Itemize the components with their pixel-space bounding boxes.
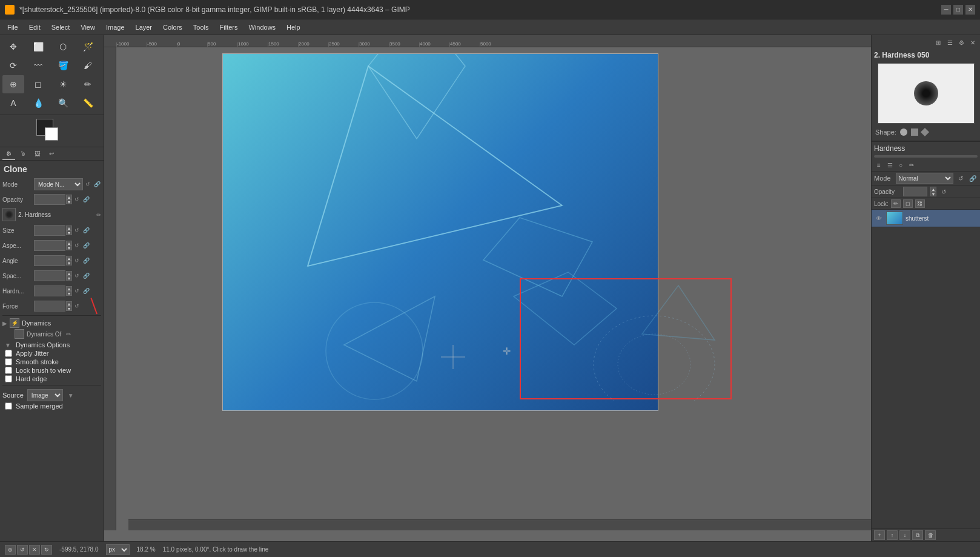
size-up[interactable]: ▲ (66, 225, 72, 230)
menu-edit[interactable]: Edit (24, 22, 45, 32)
unit-select[interactable]: px mm in (106, 544, 130, 555)
layers-channel-icon[interactable]: ○ (896, 160, 906, 170)
panel-config-icon-btn[interactable]: ⚙ (956, 38, 966, 47)
aspect-lock[interactable]: 🔗 (82, 241, 90, 250)
lock-brush-label[interactable]: Lock brush to view (16, 367, 71, 374)
spacing-input[interactable]: 200.0 (34, 270, 65, 281)
tool-paint[interactable]: 🖌 (77, 56, 99, 75)
shape-circle-option[interactable] (900, 128, 907, 136)
tool-dodge[interactable]: ☀ (52, 75, 74, 93)
angle-reset[interactable]: ↺ (73, 256, 81, 265)
menu-filters[interactable]: Filters (215, 22, 243, 32)
status-nav-btn2[interactable]: ↺ (17, 545, 28, 555)
panel-close-icon-btn[interactable]: ✕ (968, 38, 978, 47)
size-input[interactable]: 51.00 (34, 225, 65, 236)
hardness-input[interactable]: 50.0 (34, 285, 65, 296)
hardness-up[interactable]: ▲ (66, 286, 72, 291)
spacing-up[interactable]: ▲ (66, 271, 72, 276)
spacing-down[interactable]: ▼ (66, 276, 72, 281)
tool-free-select[interactable]: ⬡ (52, 38, 74, 56)
shape-diamond-option[interactable] (921, 128, 929, 136)
lock-alpha-button[interactable]: ◻ (903, 199, 913, 208)
brush-edit-button[interactable]: ✏ (96, 212, 101, 218)
opacity-up[interactable]: ▲ (66, 195, 72, 199)
minimize-button[interactable]: ─ (941, 5, 951, 15)
spacing-lock[interactable]: 🔗 (82, 272, 90, 280)
lock-position-button[interactable]: ⛓ (915, 199, 925, 208)
menu-select[interactable]: Select (47, 22, 75, 32)
layers-mode-reset[interactable]: ↺ (956, 173, 965, 183)
size-reset[interactable]: ↺ (73, 226, 81, 235)
source-select[interactable]: Image Pattern (27, 389, 63, 401)
status-nav-btn3[interactable]: ✕ (29, 545, 40, 555)
opacity-down[interactable]: ▼ (66, 199, 72, 204)
layers-path-icon[interactable]: ✏ (907, 160, 916, 170)
aspect-reset[interactable]: ↺ (73, 241, 81, 250)
layer-lower-button[interactable]: ↓ (899, 530, 910, 540)
opacity-reset[interactable]: ↺ (73, 195, 81, 204)
close-button[interactable]: ✕ (965, 5, 975, 15)
tool-eraser[interactable]: ◻ (27, 75, 49, 93)
layers-panel-icon1[interactable]: ≡ (874, 160, 884, 170)
dynamics-section-header[interactable]: ▶ ⚡ Dynamics (2, 318, 101, 328)
tool-rect-select[interactable]: ⬜ (27, 38, 49, 56)
hardness-slider[interactable] (874, 155, 978, 158)
lock-pixels-button[interactable]: ✏ (891, 199, 901, 208)
hardness-lock[interactable]: 🔗 (82, 287, 90, 295)
hardness-down[interactable]: ▼ (66, 291, 72, 296)
tab-undo[interactable]: ↩ (45, 148, 58, 160)
smooth-stroke-checkbox[interactable] (5, 358, 12, 365)
force-down[interactable]: ▼ (66, 306, 72, 311)
dynamics-of-edit-button[interactable]: ✏ (66, 331, 71, 338)
sample-merged-checkbox[interactable] (5, 402, 12, 410)
tool-fuzzy-select[interactable]: 🪄 (77, 38, 99, 56)
spacing-reset[interactable]: ↺ (73, 272, 81, 280)
angle-down[interactable]: ▼ (66, 261, 72, 265)
layers-opacity-up[interactable]: ▲ (930, 187, 936, 192)
brush-preview[interactable] (2, 208, 16, 221)
force-input[interactable]: 50.0 (34, 301, 65, 312)
layer-raise-button[interactable]: ↑ (887, 530, 898, 540)
maximize-button[interactable]: □ (953, 5, 963, 15)
menu-file[interactable]: File (2, 22, 23, 32)
menu-windows[interactable]: Windows (243, 22, 280, 32)
tool-text[interactable]: A (2, 94, 24, 112)
layers-mode-link[interactable]: 🔗 (968, 173, 978, 183)
status-nav-btn4[interactable]: ↻ (41, 545, 52, 555)
layer-row[interactable]: 👁 shutterst (872, 210, 980, 227)
hard-edge-label[interactable]: Hard edge (16, 375, 47, 382)
canvas-content[interactable]: ✛ (116, 47, 871, 530)
shape-square-option[interactable] (911, 128, 918, 136)
tab-tool-options[interactable]: ⚙ (2, 148, 15, 160)
size-down[interactable]: ▼ (66, 230, 72, 235)
layer-duplicate-button[interactable]: ⧉ (912, 530, 923, 540)
tab-device[interactable]: 🖱 (16, 148, 30, 160)
tool-move[interactable]: ✥ (2, 38, 24, 56)
menu-tools[interactable]: Tools (188, 22, 214, 32)
hardness-reset[interactable]: ↺ (73, 287, 81, 295)
aspect-up[interactable]: ▲ (66, 241, 72, 245)
layer-new-button[interactable]: + (874, 530, 885, 540)
angle-input[interactable]: 0.00 (34, 255, 65, 266)
force-up[interactable]: ▲ (66, 301, 72, 306)
menu-view[interactable]: View (76, 22, 100, 32)
aspect-input[interactable]: 0.00 (34, 240, 65, 251)
force-reset[interactable]: ↺ (73, 302, 81, 310)
tool-color-picker[interactable]: 💧 (27, 94, 49, 112)
mode-select[interactable]: Mode N... Normal Multiply (34, 178, 83, 190)
panel-list-icon-btn[interactable]: ☰ (945, 38, 955, 47)
apply-jitter-label[interactable]: Apply Jitter (16, 350, 48, 357)
layers-opacity-input[interactable]: 100.0 (903, 187, 927, 196)
layers-opacity-reset[interactable]: ↺ (939, 187, 949, 196)
tool-warp[interactable]: 〰 (27, 56, 49, 75)
angle-lock[interactable]: 🔗 (82, 256, 90, 265)
mode-reset-button[interactable]: ↺ (84, 180, 92, 188)
layer-visibility-icon[interactable]: 👁 (874, 213, 884, 223)
size-lock[interactable]: 🔗 (82, 226, 90, 235)
apply-jitter-checkbox[interactable] (5, 350, 12, 357)
aspect-down[interactable]: ▼ (66, 245, 72, 250)
background-color[interactable] (45, 127, 58, 141)
layer-delete-button[interactable]: 🗑 (925, 530, 936, 540)
lock-brush-checkbox[interactable] (5, 367, 12, 374)
menu-layer[interactable]: Layer (131, 22, 157, 32)
